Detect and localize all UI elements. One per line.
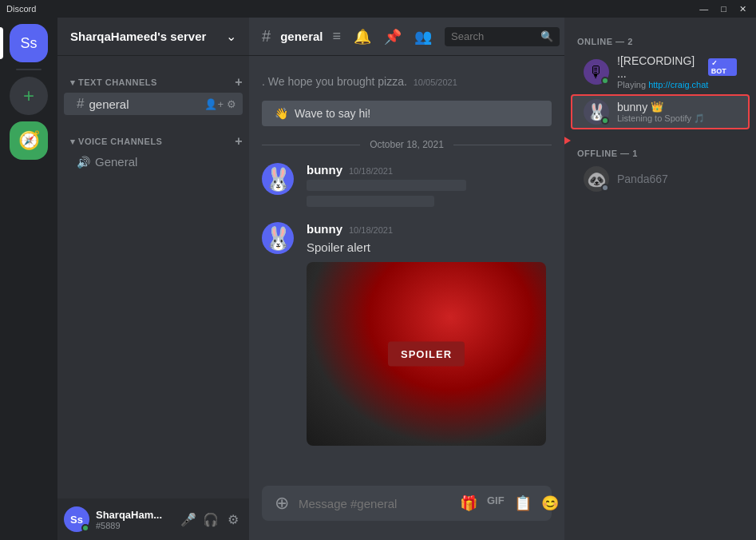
date-divider: October 18, 2021 bbox=[249, 133, 564, 157]
member-activity-bot: Playing http://craig.chat bbox=[617, 80, 737, 89]
server-icon-label: Ss bbox=[20, 35, 37, 52]
mic-button[interactable]: 🎤 bbox=[179, 510, 198, 529]
member-avatar-container-bunny: 🐰 bbox=[584, 99, 609, 125]
member-item-panda667[interactable]: 🐼 Panda667 bbox=[571, 161, 750, 197]
member-avatar-container-bot: 🎙 bbox=[584, 59, 609, 85]
server-separator bbox=[16, 69, 42, 70]
notification-bell-icon[interactable]: 🔔 bbox=[354, 28, 371, 46]
search-input[interactable] bbox=[451, 30, 536, 42]
pin-icon[interactable]: 📌 bbox=[384, 28, 402, 46]
spoiler-container[interactable]: SPOILER bbox=[307, 262, 546, 446]
channel-sidebar: SharqaHameed's server ⌄ ▾ TEXT CHANNELS … bbox=[57, 18, 249, 540]
add-text-channel-button[interactable]: + bbox=[235, 75, 243, 89]
text-channels-header[interactable]: ▾ TEXT CHANNELS + bbox=[57, 62, 249, 93]
emoji-icon[interactable]: 😊 bbox=[541, 494, 559, 512]
chat-area: # general ≡ 🔔 📌 👥 🔍 📥 ❓ . We hope you br… bbox=[249, 18, 564, 540]
message-header-1: bunny 10/18/2021 bbox=[307, 163, 552, 177]
crown-icon: 👑 bbox=[651, 101, 663, 113]
bunny-status-dot bbox=[601, 117, 609, 125]
panda-status-dot bbox=[601, 184, 609, 192]
wave-button[interactable]: 👋 Wave to say hi! bbox=[262, 101, 552, 126]
welcome-timestamp: 10/05/2021 bbox=[414, 77, 457, 87]
titlebar: Discord — □ ✕ bbox=[0, 0, 756, 18]
voice-channel-general[interactable]: 🔊 General bbox=[64, 152, 243, 172]
message-timestamp-1: 10/18/2021 bbox=[349, 166, 393, 176]
member-info-bot: ![RECORDING] ... BOT Playing http://crai… bbox=[617, 54, 737, 89]
welcome-message: . We hope you brought pizza. 10/05/2021 bbox=[249, 69, 564, 94]
server-icon-discover[interactable]: 🧭 bbox=[10, 121, 48, 160]
arrow-head bbox=[564, 136, 571, 145]
sticker-icon[interactable]: 📋 bbox=[514, 494, 532, 512]
date-line-right bbox=[453, 145, 552, 145]
user-info: SharqaHam... #5889 bbox=[96, 509, 172, 530]
search-icon: 🔍 bbox=[540, 30, 553, 42]
member-item-bunny[interactable]: 🐰 bunny 👑 Listening to Spotify 🎵 bbox=[571, 94, 750, 129]
avatar-emoji-2: 🐰 bbox=[264, 225, 292, 252]
messages-container: . We hope you brought pizza. 10/05/2021 … bbox=[249, 56, 564, 486]
server-icon-ss[interactable]: Ss bbox=[10, 24, 48, 62]
message-author-1: bunny bbox=[307, 163, 342, 177]
search-bar[interactable]: 🔍 bbox=[445, 27, 560, 46]
message-group-1: 🐰 bunny 10/18/2021 bbox=[249, 160, 564, 212]
user-settings-button[interactable]: ⚙ bbox=[224, 510, 243, 529]
chat-header-actions: ≡ 🔔 📌 👥 🔍 📥 ❓ bbox=[332, 27, 564, 46]
gift-icon[interactable]: 🎁 bbox=[460, 494, 477, 512]
hash-icon: # bbox=[77, 96, 84, 112]
settings-icon[interactable]: ⚙ bbox=[227, 98, 236, 110]
message-avatar-bunny-2: 🐰 bbox=[262, 222, 294, 254]
member-name-panda: Panda667 bbox=[617, 173, 737, 185]
member-name-bot: ![RECORDING] ... BOT bbox=[617, 54, 737, 80]
username: SharqaHam... bbox=[96, 509, 172, 521]
member-activity-bunny: Listening to Spotify 🎵 bbox=[617, 113, 737, 124]
chevron-icon: ▾ bbox=[70, 77, 78, 87]
member-name-bunny: bunny 👑 bbox=[617, 101, 737, 113]
member-item-recording-bot[interactable]: 🎙 ![RECORDING] ... BOT Playing http://cr… bbox=[571, 50, 750, 94]
server-dropdown-icon[interactable]: ⌄ bbox=[226, 29, 236, 44]
message-group-2: 🐰 bunny 10/18/2021 Spoiler alert SPOILER bbox=[249, 219, 564, 449]
server-name: SharqaHameed's server bbox=[70, 30, 206, 43]
spotify-icon: 🎵 bbox=[694, 113, 705, 123]
message-input-box: ⊕ 🎁 GIF 📋 😊 bbox=[262, 486, 552, 521]
add-server-icon: + bbox=[23, 85, 34, 107]
message-text-2: Spoiler alert bbox=[307, 239, 552, 256]
thread-icon[interactable]: ≡ bbox=[332, 28, 341, 45]
add-voice-channel-button[interactable]: + bbox=[235, 134, 243, 149]
channel-name-general: general bbox=[89, 97, 200, 111]
user-controls: 🎤 🎧 ⚙ bbox=[179, 510, 243, 529]
user-profile: Ss SharqaHam... #5889 🎤 🎧 ⚙ bbox=[57, 498, 249, 540]
message-timestamp-2: 10/18/2021 bbox=[349, 225, 393, 235]
bot-status-dot bbox=[601, 77, 609, 85]
date-text: October 18, 2021 bbox=[370, 139, 444, 150]
avatar-emoji: 🐰 bbox=[264, 166, 292, 193]
user-tag: #5889 bbox=[96, 521, 172, 530]
add-member-icon[interactable]: 👤+ bbox=[204, 98, 224, 110]
server-header[interactable]: SharqaHameed's server ⌄ bbox=[57, 18, 249, 56]
app-title: Discord bbox=[6, 4, 36, 14]
close-button[interactable]: ✕ bbox=[736, 4, 750, 14]
voice-channels-header[interactable]: ▾ VOICE CHANNELS + bbox=[57, 121, 249, 152]
member-info-panda: Panda667 bbox=[617, 173, 737, 185]
message-input[interactable] bbox=[299, 497, 450, 510]
spoiler-label[interactable]: SPOILER bbox=[388, 342, 465, 367]
member-avatar-container-panda: 🐼 bbox=[584, 166, 609, 192]
chat-header: # general ≡ 🔔 📌 👥 🔍 📥 ❓ bbox=[249, 18, 564, 56]
wave-emoji: 👋 bbox=[275, 107, 288, 120]
gif-button[interactable]: GIF bbox=[487, 494, 505, 512]
offline-members-header: OFFLINE — 1 bbox=[564, 142, 756, 161]
activity-link[interactable]: http://craig.chat bbox=[648, 80, 708, 89]
minimize-button[interactable]: — bbox=[696, 4, 711, 14]
text-channels-label: ▾ TEXT CHANNELS bbox=[70, 77, 157, 88]
channel-item-general[interactable]: # general 👤+ ⚙ bbox=[64, 93, 243, 115]
date-line-left bbox=[262, 145, 360, 145]
headset-button[interactable]: 🎧 bbox=[201, 510, 220, 529]
maximize-button[interactable]: □ bbox=[718, 4, 730, 14]
add-server-button[interactable]: + bbox=[10, 77, 48, 115]
message-content-1: bunny 10/18/2021 bbox=[307, 163, 552, 209]
members-icon[interactable]: 👥 bbox=[414, 28, 432, 46]
add-attachment-button[interactable]: ⊕ bbox=[275, 493, 289, 514]
message-avatar-bunny-1: 🐰 bbox=[262, 163, 294, 195]
online-members-header: ONLINE — 2 bbox=[564, 30, 756, 50]
redacted-line-2 bbox=[307, 196, 434, 207]
message-author-2: bunny bbox=[307, 222, 342, 236]
active-indicator bbox=[0, 27, 3, 59]
